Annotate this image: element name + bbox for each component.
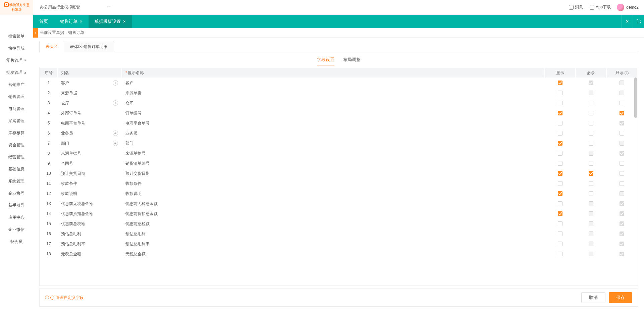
messages-button[interactable]: … 消息 <box>569 4 583 10</box>
checkbox[interactable] <box>589 121 593 125</box>
cell-display-name[interactable]: 订单编号 <box>122 108 544 118</box>
tab-1[interactable]: 销售订单✕ <box>54 15 89 28</box>
cell-display-name[interactable]: 优惠前无税总金额 <box>122 199 544 208</box>
sidebar-item-12[interactable]: 系统管理 <box>0 175 33 187</box>
help-icon[interactable]: ? <box>625 71 629 75</box>
checkbox[interactable] <box>620 171 624 176</box>
cell-display-name[interactable]: 优惠前折扣总金额 <box>122 209 544 218</box>
cell-display-name[interactable]: 收款说明 <box>122 189 544 198</box>
table-row: 14优惠前折扣总金额优惠前折扣总金额 <box>40 209 637 218</box>
checkbox[interactable] <box>620 161 624 166</box>
sidebar-item-11[interactable]: 基础信息 <box>0 163 33 175</box>
sidebar-item-10[interactable]: 经营管理 <box>0 151 33 163</box>
cell-required <box>576 88 606 98</box>
checkbox[interactable] <box>620 101 624 105</box>
sidebar-item-9[interactable]: 资金管理 <box>0 139 33 151</box>
sidebar-item-8[interactable]: 库存核算 <box>0 127 33 139</box>
checkbox[interactable] <box>558 221 562 226</box>
checkbox[interactable] <box>558 211 562 216</box>
scrollbar[interactable] <box>634 78 637 285</box>
checkbox[interactable] <box>558 171 562 176</box>
checkbox[interactable] <box>589 161 593 166</box>
sub-tab-1[interactable]: 布局调整 <box>343 57 361 65</box>
plus-icon[interactable]: + <box>113 131 118 136</box>
cell-display-name[interactable]: 销货清单编号 <box>122 159 544 168</box>
tab-2[interactable]: 单据模板设置✕ <box>89 15 132 28</box>
checkbox[interactable] <box>558 121 562 125</box>
cell-display-name[interactable]: 来源单据号 <box>122 149 544 158</box>
cell-display-name[interactable]: 无税总金额 <box>122 249 544 259</box>
checkbox[interactable] <box>589 181 593 186</box>
checkbox[interactable] <box>558 101 562 105</box>
cell-display-name[interactable]: 收款条件 <box>122 179 544 188</box>
sidebar-item-17[interactable]: 畅会员 <box>0 236 33 248</box>
fullscreen-icon[interactable]: ⛶ <box>633 15 644 28</box>
sidebar-item-3[interactable]: 批发管理▲ <box>0 66 33 79</box>
checkbox[interactable] <box>589 141 593 146</box>
tab-close-all-icon[interactable]: ✕ <box>621 15 633 28</box>
checkbox[interactable] <box>558 81 562 85</box>
cell-display-name[interactable]: 预估总毛利 <box>122 229 544 239</box>
app-download-button[interactable]: ↓ App下载 <box>590 4 611 10</box>
checkbox[interactable] <box>589 131 593 136</box>
manage-custom-fields-link[interactable]: ⓘ 管理自定义字段 <box>45 295 84 301</box>
cell-index: 8 <box>40 149 57 158</box>
plus-icon[interactable]: + <box>113 80 118 86</box>
cancel-button[interactable]: 取消 <box>581 292 605 303</box>
account-select[interactable]: 办公用品行业模拟账套 ﹀ <box>40 4 120 10</box>
collapse-handle-icon[interactable]: › <box>33 28 38 38</box>
cell-display-name[interactable]: 客户 <box>122 78 544 88</box>
save-button[interactable]: 保存 <box>609 292 632 303</box>
plus-icon[interactable]: + <box>113 141 118 146</box>
sidebar-item-4[interactable]: 营销推广 <box>0 79 33 91</box>
checkbox[interactable] <box>558 252 562 256</box>
sidebar-item-0[interactable]: 搜索菜单 <box>0 30 33 42</box>
avatar[interactable] <box>617 4 624 11</box>
checkbox[interactable] <box>558 242 562 246</box>
cell-display-name[interactable]: 优惠前总税额 <box>122 219 544 228</box>
checkbox[interactable] <box>558 111 562 115</box>
sidebar-item-16[interactable]: 企业微信 <box>0 223 33 236</box>
sidebar-item-5[interactable]: 销售管理 <box>0 91 33 103</box>
sidebar-item-7[interactable]: 采购管理 <box>0 115 33 127</box>
sidebar-item-6[interactable]: 电商管理 <box>0 103 33 115</box>
area-tab-0[interactable]: 表头区 <box>39 41 64 52</box>
checkbox[interactable] <box>558 201 562 206</box>
cell-display-name[interactable]: 预估总毛利率 <box>122 239 544 249</box>
checkbox[interactable] <box>589 111 593 115</box>
checkbox[interactable] <box>589 101 593 105</box>
cell-display-name[interactable]: 仓库 <box>122 98 544 108</box>
plus-icon[interactable]: + <box>113 100 118 106</box>
checkbox[interactable] <box>620 131 624 136</box>
checkbox[interactable] <box>558 151 562 156</box>
checkbox[interactable] <box>620 111 624 115</box>
cell-display-name[interactable]: 预计交货日期 <box>122 169 544 178</box>
checkbox[interactable] <box>558 141 562 146</box>
sub-tab-0[interactable]: 字段设置 <box>317 57 334 65</box>
checkbox[interactable] <box>589 191 593 196</box>
sidebar-item-13[interactable]: 企业协同 <box>0 187 33 199</box>
sidebar-item-14[interactable]: 新手引导 <box>0 199 33 211</box>
cell-display-name[interactable]: 电商平台单号 <box>122 118 544 128</box>
checkbox[interactable] <box>558 91 562 95</box>
cell-index: 14 <box>40 209 57 218</box>
sidebar-item-15[interactable]: 应用中心 <box>0 211 33 223</box>
checkbox[interactable] <box>558 131 562 136</box>
tab-0[interactable]: 首页 <box>33 15 54 28</box>
area-tab-1[interactable]: 表体区-销售订单明细 <box>64 41 114 52</box>
cell-display-name[interactable]: 来源单据 <box>122 88 544 98</box>
checkbox[interactable] <box>558 161 562 166</box>
checkbox[interactable] <box>589 171 593 176</box>
sidebar-item-1[interactable]: 快捷导航 <box>0 42 33 54</box>
cell-name: 预估总毛利 <box>58 229 121 239</box>
checkbox[interactable] <box>558 181 562 186</box>
checkbox[interactable] <box>558 231 562 236</box>
checkbox[interactable] <box>620 181 624 186</box>
cell-display-name[interactable]: 业务员 <box>122 128 544 138</box>
user-name[interactable]: demo2 <box>626 5 639 10</box>
close-icon[interactable]: ✕ <box>123 19 126 24</box>
checkbox[interactable] <box>558 191 562 196</box>
close-icon[interactable]: ✕ <box>79 19 83 24</box>
cell-display-name[interactable]: 部门 <box>122 139 544 148</box>
sidebar-item-2[interactable]: 零售管理▼ <box>0 54 33 66</box>
